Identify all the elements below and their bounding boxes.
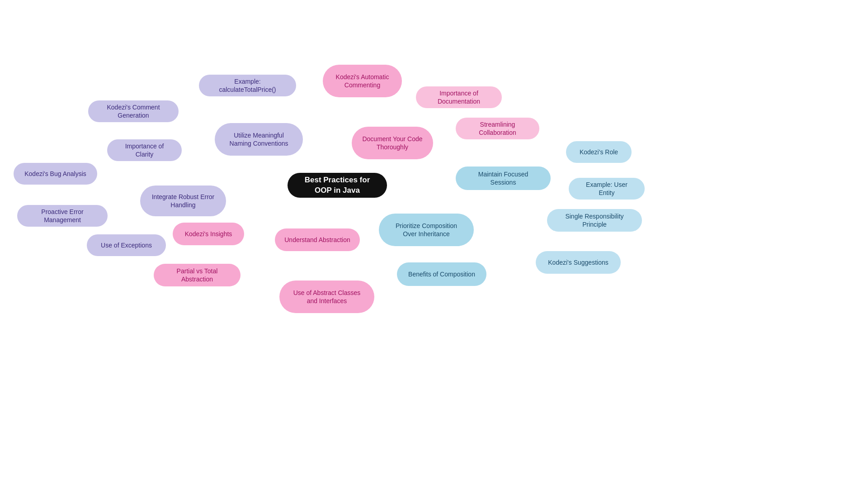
maintain-focused-node: Maintain Focused Sessions: [456, 167, 551, 190]
kodezis-comment-gen-label: Kodezi's Comment Generation: [97, 103, 170, 119]
kodezis-role-node: Kodezi's Role: [566, 141, 632, 163]
example-calc-node: Example: calculateTotalPrice(): [199, 75, 296, 96]
kodezis-suggestions-label: Kodezi's Suggestions: [548, 258, 608, 266]
kodezis-bug-label: Kodezi's Bug Analysis: [24, 170, 86, 178]
benefits-comp-label: Benefits of Composition: [408, 270, 475, 278]
use-abstract-label: Use of Abstract Classes and Interfaces: [288, 289, 365, 305]
kodezis-comment-gen-node: Kodezi's Comment Generation: [88, 100, 179, 122]
integrate-error-node: Integrate Robust Error Handling: [140, 186, 226, 216]
proactive-error-label: Proactive Error Management: [26, 208, 99, 224]
partial-total-node: Partial vs Total Abstraction: [154, 264, 241, 286]
partial-total-label: Partial vs Total Abstraction: [163, 267, 231, 283]
benefits-comp-node: Benefits of Composition: [397, 262, 486, 286]
proactive-error-node: Proactive Error Management: [17, 205, 108, 227]
single-resp-node: Single Responsibility Principle: [547, 209, 642, 232]
utilize-naming-node: Utilize Meaningful Naming Conventions: [215, 123, 303, 156]
kodezis-role-label: Kodezi's Role: [580, 148, 618, 156]
kodezis-insights-label: Kodezi's Insights: [185, 230, 232, 238]
utilize-naming-label: Utilize Meaningful Naming Conventions: [224, 131, 294, 147]
prioritize-comp-label: Prioritize Composition Over Inheritance: [388, 222, 465, 238]
kodezis-suggestions-node: Kodezi's Suggestions: [536, 251, 621, 274]
prioritize-comp-node: Prioritize Composition Over Inheritance: [379, 214, 474, 246]
streamlining-node: Streamlining Collaboration: [456, 118, 539, 139]
understand-abs-label: Understand Abstraction: [284, 236, 350, 244]
importance-clarity-node: Importance of Clarity: [107, 139, 182, 161]
use-abstract-node: Use of Abstract Classes and Interfaces: [279, 281, 374, 313]
integrate-error-label: Integrate Robust Error Handling: [149, 193, 217, 209]
example-calc-label: Example: calculateTotalPrice(): [208, 77, 287, 94]
importance-doc-node: Importance of Documentation: [416, 86, 502, 108]
center-label: Best Practices for OOP in Java: [297, 175, 378, 195]
example-user-node: Example: User Entity: [569, 178, 645, 200]
kodezis-bug-node: Kodezi's Bug Analysis: [14, 163, 97, 185]
maintain-focused-label: Maintain Focused Sessions: [465, 170, 542, 186]
importance-doc-label: Importance of Documentation: [425, 89, 493, 105]
kodezis-auto-label: Kodezi's Automatic Commenting: [332, 73, 393, 89]
use-exceptions-label: Use of Exceptions: [101, 241, 152, 249]
use-exceptions-node: Use of Exceptions: [87, 234, 166, 256]
example-user-label: Example: User Entity: [578, 181, 636, 197]
streamlining-label: Streamlining Collaboration: [465, 120, 530, 137]
kodezis-auto-node: Kodezi's Automatic Commenting: [323, 65, 402, 97]
understand-abs-node: Understand Abstraction: [275, 228, 360, 251]
kodezis-insights-node: Kodezi's Insights: [173, 223, 244, 245]
importance-clarity-label: Importance of Clarity: [116, 142, 173, 158]
center-node: Best Practices for OOP in Java: [288, 173, 387, 198]
document-code-label: Document Your Code Thoroughly: [361, 135, 424, 151]
single-resp-label: Single Responsibility Principle: [556, 212, 633, 228]
document-code-node: Document Your Code Thoroughly: [352, 127, 433, 159]
